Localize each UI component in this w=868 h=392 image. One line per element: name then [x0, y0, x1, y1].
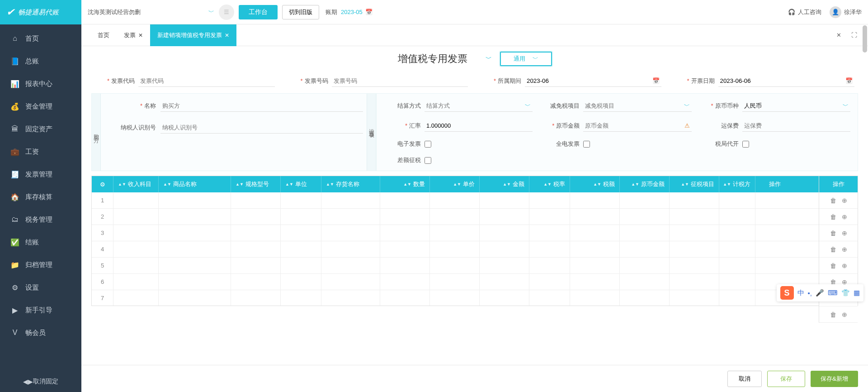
table-cell[interactable] [430, 209, 480, 225]
table-cell[interactable] [430, 192, 480, 208]
table-cell[interactable] [321, 225, 380, 241]
table-cell[interactable] [321, 209, 380, 225]
orig-amount-input[interactable] [583, 120, 682, 131]
table-cell[interactable] [480, 241, 529, 257]
settle-input[interactable] [425, 100, 523, 111]
table-cell[interactable] [755, 241, 794, 257]
table-cell[interactable] [231, 192, 281, 208]
add-row-icon[interactable]: ⊕ [842, 213, 847, 220]
table-cell[interactable] [480, 192, 529, 208]
table-cell[interactable] [321, 241, 380, 257]
buyer-taxid-input[interactable] [160, 122, 363, 134]
invoice-number-input[interactable] [332, 75, 468, 87]
table-row[interactable]: 3 [92, 225, 858, 241]
sidebar-item[interactable]: ✅结账 [0, 231, 81, 253]
rate-input[interactable] [425, 120, 533, 132]
period-value[interactable]: 2023-05 [341, 9, 363, 15]
table-cell[interactable] [159, 258, 231, 273]
table-cell[interactable] [529, 241, 570, 257]
warning-icon[interactable]: ⚠ [683, 122, 692, 129]
save-new-button[interactable]: 保存&新增 [811, 371, 858, 387]
delete-row-icon[interactable]: 🗑 [830, 246, 836, 253]
table-cell[interactable] [480, 258, 529, 273]
table-cell[interactable] [480, 274, 529, 290]
delete-row-icon[interactable]: 🗑 [830, 197, 836, 204]
table-cell[interactable] [719, 241, 755, 257]
table-cell[interactable] [231, 241, 281, 257]
table-cell[interactable] [430, 225, 480, 241]
user-menu[interactable]: 👤 徐泽华 [830, 6, 862, 18]
ime-mic-icon[interactable]: 🎤 [816, 289, 824, 297]
table-cell[interactable] [480, 209, 529, 225]
save-button[interactable]: 保存 [767, 371, 805, 387]
sidebar-item[interactable]: 📘总账 [0, 50, 81, 72]
sidebar-item[interactable]: 🏛固定资产 [0, 118, 81, 140]
sidebar-item[interactable]: ⌂首页 [0, 27, 81, 50]
table-cell[interactable] [380, 209, 430, 225]
sidebar-item[interactable]: 🗂税务管理 [0, 208, 81, 231]
table-cell[interactable] [570, 290, 620, 306]
tab-close-icon[interactable]: ✕ [138, 32, 143, 38]
tab[interactable]: 首页 [90, 24, 117, 46]
close-all-icon[interactable]: ✕ [835, 30, 843, 40]
calendar-icon[interactable]: 📅 [651, 77, 661, 84]
table-cell[interactable] [529, 290, 570, 306]
table-cell[interactable] [380, 290, 430, 306]
table-row[interactable]: 1 [92, 192, 858, 209]
table-cell[interactable] [755, 258, 794, 273]
table-cell[interactable] [570, 241, 620, 257]
tax-open-checkbox[interactable] [742, 141, 749, 148]
table-cell[interactable] [380, 241, 430, 257]
table-cell[interactable] [321, 192, 380, 208]
table-cell[interactable] [281, 241, 321, 257]
table-cell[interactable] [570, 225, 620, 241]
table-cell[interactable] [113, 209, 159, 225]
table-cell[interactable] [620, 209, 670, 225]
sidebar-item[interactable]: 💼工资 [0, 140, 81, 163]
sidebar-unpin[interactable]: ◀▶ 取消固定 [0, 371, 81, 392]
table-cell[interactable] [281, 209, 321, 225]
table-cell[interactable] [570, 258, 620, 273]
table-cell[interactable] [231, 258, 281, 273]
table-cell[interactable] [620, 225, 670, 241]
table-cell[interactable] [620, 241, 670, 257]
table-cell[interactable] [380, 258, 430, 273]
table-cell[interactable] [670, 290, 719, 306]
add-row-icon[interactable]: ⊕ [842, 197, 847, 204]
table-cell[interactable] [480, 225, 529, 241]
table-cell[interactable] [281, 258, 321, 273]
table-cell[interactable] [281, 225, 321, 241]
full-elec-checkbox[interactable] [583, 141, 590, 148]
table-cell[interactable] [719, 258, 755, 273]
ime-lang[interactable]: 中 [797, 289, 804, 297]
table-cell[interactable] [321, 274, 380, 290]
freight-input[interactable] [742, 120, 850, 132]
delete-row-icon[interactable]: 🗑 [830, 213, 836, 220]
chevron-down-icon[interactable]: ﹀ [682, 102, 692, 110]
buyer-name-input[interactable] [160, 100, 363, 112]
table-cell[interactable] [670, 225, 719, 241]
table-cell[interactable] [480, 290, 529, 306]
table-cell[interactable] [570, 209, 620, 225]
table-cell[interactable] [281, 192, 321, 208]
table-cell[interactable] [159, 225, 231, 241]
table-cell[interactable] [620, 290, 670, 306]
table-cell[interactable] [430, 290, 480, 306]
table-cell[interactable] [159, 209, 231, 225]
ime-punct-icon[interactable]: •, [808, 289, 812, 297]
table-cell[interactable] [719, 209, 755, 225]
settings-panel-tab[interactable]: 设置项 ⚙ [367, 94, 376, 171]
table-cell[interactable] [430, 258, 480, 273]
sidebar-item[interactable]: 🧾发票管理 [0, 163, 81, 186]
table-cell[interactable] [321, 290, 380, 306]
add-row-icon[interactable]: ⊕ [842, 229, 847, 237]
delete-row-icon[interactable]: 🗑 [830, 229, 836, 237]
sidebar-item[interactable]: ⚙设置 [0, 276, 81, 299]
fullscreen-icon[interactable]: ⛶ [849, 30, 859, 40]
table-cell[interactable] [113, 258, 159, 273]
sidebar-item[interactable]: ▶新手引导 [0, 299, 81, 321]
table-cell[interactable] [670, 209, 719, 225]
table-cell[interactable] [113, 225, 159, 241]
table-cell[interactable] [670, 274, 719, 290]
table-cell[interactable] [113, 290, 159, 306]
